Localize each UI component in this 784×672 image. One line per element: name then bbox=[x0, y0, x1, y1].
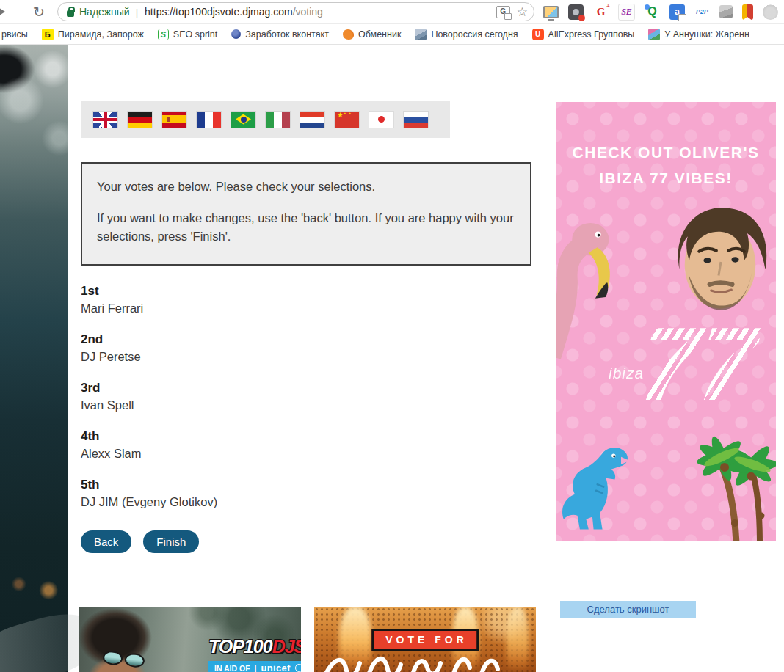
q-refresh-icon[interactable]: Q bbox=[645, 4, 660, 20]
vote-dj-name: DJ JIM (Evgeny Glotikov) bbox=[81, 494, 389, 511]
browser-toolbar: ↻ Надежный | https://top100djsvote.djmag… bbox=[0, 0, 784, 24]
blue-dot-icon bbox=[231, 29, 241, 39]
forward-icon bbox=[0, 7, 5, 17]
background-photo bbox=[0, 44, 68, 672]
bookmark-flag-icon[interactable] bbox=[742, 4, 753, 20]
bookmark-item[interactable]: Б Пирамида, Запорож bbox=[42, 29, 144, 40]
photo-icon bbox=[415, 29, 427, 40]
vote-rank: 4th bbox=[81, 428, 389, 445]
banner-vote-for[interactable]: VOTE FOR bbox=[314, 607, 536, 672]
banner-man-photo bbox=[79, 607, 170, 672]
unicef-divider: | bbox=[255, 664, 257, 672]
forward-button[interactable] bbox=[0, 4, 7, 19]
p2p-icon[interactable]: P2P bbox=[694, 4, 710, 20]
unicef-label: unicef bbox=[261, 662, 291, 672]
unicef-emblem-icon bbox=[295, 664, 301, 672]
oliver-face-icon bbox=[666, 203, 774, 319]
vote-dj-name: Ivan Spell bbox=[81, 397, 389, 414]
take-screenshot-button[interactable]: Сделать скриншот bbox=[560, 601, 696, 618]
instructions-line-2: If you want to make changes, use the 'ba… bbox=[97, 209, 515, 246]
bookmark-item[interactable]: Новороссия сегодня bbox=[415, 29, 518, 40]
address-separator: | bbox=[136, 7, 138, 18]
language-flags-strip bbox=[81, 101, 450, 138]
vote-item: 3rd Ivan Spell bbox=[81, 380, 389, 414]
camera-blocked-icon[interactable] bbox=[568, 4, 584, 20]
bookmarks-bar: рвисы Б Пирамида, Запорож S SEO sprint З… bbox=[0, 24, 784, 45]
vote-item: 1st Mari Ferrari bbox=[81, 283, 389, 317]
flag-japan-icon[interactable] bbox=[369, 112, 393, 128]
flag-russia-icon[interactable] bbox=[404, 112, 428, 128]
bookmark-item[interactable]: S SEO sprint bbox=[158, 29, 217, 40]
palm-trees-icon bbox=[648, 413, 776, 541]
bookmark-item[interactable]: рвисы bbox=[1, 29, 28, 40]
flag-china-icon[interactable] bbox=[335, 112, 359, 128]
vote-rank: 1st bbox=[81, 283, 389, 300]
vote-rank: 5th bbox=[81, 477, 389, 494]
yellow-b-icon: Б bbox=[42, 29, 54, 40]
translate-icon[interactable]: a bbox=[669, 4, 685, 20]
instructions-line-1: Your votes are below. Please check your … bbox=[97, 178, 515, 197]
secure-label: Надежный bbox=[79, 6, 130, 18]
dinosaur-icon bbox=[559, 441, 634, 538]
green-s-icon: S bbox=[158, 29, 169, 40]
flag-germany-icon[interactable] bbox=[128, 112, 152, 128]
actions-row: Back Finish bbox=[81, 530, 199, 553]
lock-icon bbox=[67, 10, 74, 17]
top100djs-logo: TOP100DJS bbox=[208, 636, 301, 657]
vote-dj-name: DJ Peretse bbox=[81, 348, 389, 365]
screen-capture-icon[interactable] bbox=[543, 6, 559, 18]
sunglasses-icon bbox=[102, 650, 145, 668]
flag-uk-icon[interactable] bbox=[93, 112, 117, 128]
bookmark-item[interactable]: Обменник bbox=[343, 29, 401, 40]
translate-page-icon[interactable]: G bbox=[496, 6, 510, 18]
page-content: Your votes are below. Please check your … bbox=[0, 44, 784, 672]
back-button[interactable]: Back bbox=[81, 530, 131, 553]
vote-item: 5th DJ JIM (Evgeny Glotikov) bbox=[81, 477, 389, 511]
script-signature-icon bbox=[314, 653, 536, 672]
squirrel-icon bbox=[343, 29, 354, 40]
flag-brazil-icon[interactable] bbox=[231, 112, 255, 128]
extensions-area: GSEQaP2P bbox=[543, 4, 784, 21]
vote-for-label: VOTE FOR bbox=[371, 629, 479, 651]
url-path: /voting bbox=[293, 6, 323, 18]
fire-disabled-icon[interactable] bbox=[763, 4, 778, 20]
flag-italy-icon[interactable] bbox=[266, 112, 290, 128]
url-domain: https://top100djsvote.djmag.com bbox=[145, 6, 293, 18]
flag-france-icon[interactable] bbox=[197, 112, 221, 128]
ad-title-line-2: IBIZA 77 VIBES! bbox=[556, 166, 776, 191]
banner-top100djs[interactable]: TOP100DJS IN AID OF | unicef bbox=[79, 607, 301, 672]
photo2-icon bbox=[648, 29, 660, 40]
ad-title: CHECK OUT OLIVER'S IBIZA 77 VIBES! bbox=[556, 140, 776, 191]
77-numerals: 77 bbox=[636, 312, 763, 416]
reload-button[interactable]: ↻ bbox=[28, 5, 50, 19]
in-aid-of-label: IN AID OF bbox=[214, 664, 250, 672]
browser-chrome: ↻ Надежный | https://top100djsvote.djmag… bbox=[0, 0, 784, 44]
bookmark-item[interactable]: Заработок вконтакт bbox=[231, 29, 329, 40]
bookmark-star-icon[interactable]: ☆ bbox=[517, 6, 528, 18]
vote-dj-name: Alexx Slam bbox=[81, 445, 389, 462]
finish-button[interactable]: Finish bbox=[143, 530, 199, 553]
instructions-box: Your votes are below. Please check your … bbox=[81, 162, 531, 266]
ad-ibiza77-banner[interactable]: CHECK OUT OLIVER'S IBIZA 77 VIBES! ibiza… bbox=[556, 102, 776, 541]
g-service-icon[interactable]: G bbox=[593, 4, 609, 20]
vote-rank: 2nd bbox=[81, 332, 389, 348]
vote-item: 4th Alexx Slam bbox=[81, 428, 389, 462]
votes-list: 1st Mari Ferrari 2nd DJ Peretse 3rd Ivan… bbox=[81, 283, 389, 525]
flag-spain-icon[interactable] bbox=[162, 112, 186, 128]
url-text: https://top100djsvote.djmag.com/voting bbox=[145, 6, 496, 18]
flag-netherlands-icon[interactable] bbox=[300, 112, 324, 128]
vote-item: 2nd DJ Peretse bbox=[81, 332, 389, 365]
vote-dj-name: Mari Ferrari bbox=[81, 300, 389, 317]
vote-rank: 3rd bbox=[81, 380, 389, 397]
aliexpress-icon: U bbox=[532, 29, 544, 40]
cube-icon[interactable] bbox=[719, 5, 733, 18]
bookmark-item[interactable]: У Аннушки: Жаренн bbox=[648, 29, 749, 40]
bookmark-item[interactable]: U AliExpress Групповы bbox=[532, 29, 635, 40]
se-service-icon[interactable]: SE bbox=[618, 4, 635, 21]
ad-title-line-1: CHECK OUT OLIVER'S bbox=[556, 140, 776, 166]
address-bar[interactable]: Надежный | https://top100djsvote.djmag.c… bbox=[57, 2, 534, 21]
unicef-strip: IN AID OF | unicef bbox=[208, 661, 301, 672]
